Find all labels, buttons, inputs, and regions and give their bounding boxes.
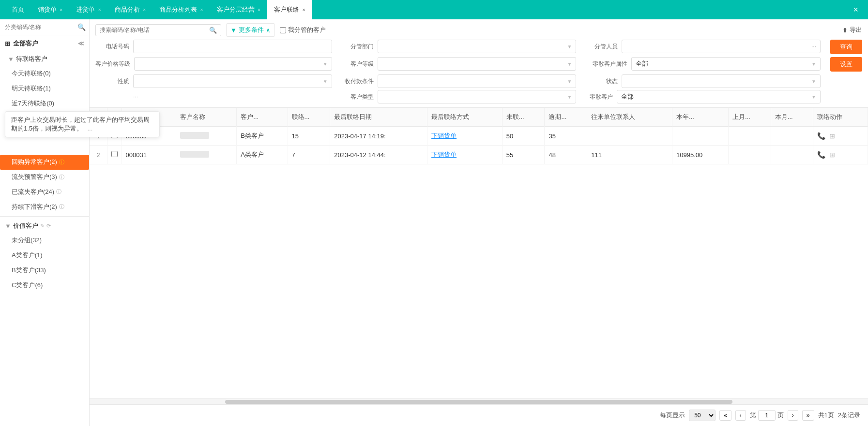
filter-person: 分管人员 ···	[584, 40, 821, 53]
th-last-contact-method[interactable]: 最后联络方式	[427, 108, 503, 127]
more-action-icon[interactable]: ⊞	[829, 132, 835, 140]
more-action-icon[interactable]: ⊞	[829, 151, 835, 159]
sidebar-item-ungrouped[interactable]: 未分组(32)	[0, 233, 89, 248]
row-uncontacted: 50	[502, 127, 545, 146]
th-uncontacted[interactable]: 未联...	[502, 108, 545, 127]
customer-type-select[interactable]: ▼	[378, 90, 577, 103]
row-contact-count: 7	[288, 146, 330, 164]
scrollbar-thumb[interactable]	[225, 400, 732, 404]
sidebar-item-today[interactable]: 今天待联络(0)	[0, 66, 89, 81]
sidebar-section-value[interactable]: ▼ 价值客户 ✎ ⟳	[0, 219, 89, 233]
nav-purchase-order[interactable]: 进货单 ×	[69, 0, 107, 19]
person-input[interactable]: ···	[622, 40, 821, 53]
all-customers-header[interactable]: ⊞ 全部客户 ≪	[0, 35, 89, 52]
export-button[interactable]: ⬆ 导出	[842, 26, 862, 34]
arrow-down-icon: ▼	[8, 56, 14, 63]
th-last-month[interactable]: 上月...	[729, 108, 771, 127]
th-contact-count[interactable]: 联络...	[288, 108, 330, 127]
phone-input[interactable]	[133, 40, 332, 53]
row-uncontacted: 55	[502, 146, 545, 164]
filter-retail: 零散客户 全部 ▼	[584, 90, 821, 103]
query-button[interactable]: 查询	[830, 40, 862, 54]
arrow-down-icon: ▼	[5, 222, 11, 230]
per-page-label: 每页显示	[660, 411, 685, 420]
th-last-contact-date[interactable]: 最后联络日期	[330, 108, 427, 127]
nav-sales-order[interactable]: 销货单 ×	[31, 0, 69, 19]
info-icon: ⓘ	[59, 203, 64, 211]
next-page-button[interactable]: ›	[788, 410, 798, 421]
price-level-select[interactable]: ▼	[134, 57, 332, 71]
sidebar-item-churned[interactable]: 已流失客户(24) ⓘ	[0, 185, 89, 200]
sidebar-item-repurchase-abnormal[interactable]: 回购异常客户(2) ⓘ	[0, 155, 89, 170]
window-close-button[interactable]: ×	[848, 5, 863, 15]
last-page-button[interactable]: »	[802, 410, 814, 421]
customer-level-select[interactable]: ▼	[378, 57, 577, 71]
table-row: 2 000031 A类客户 7 2023-04-12 14:44: 下销货单 5…	[90, 146, 868, 164]
row-last-contact-method[interactable]: 下销货单	[427, 127, 503, 146]
th-category[interactable]: 客户...	[237, 108, 288, 127]
info-icon: ⓘ	[56, 188, 61, 196]
contact-method-link[interactable]: 下销货单	[431, 132, 457, 139]
retail-select[interactable]: 全部 ▼	[617, 90, 821, 103]
sidebar-section-pending[interactable]: ▼ 待联络客户	[0, 52, 89, 66]
sidebar-item-churn-warning[interactable]: 流失预警客户(3) ⓘ	[0, 170, 89, 185]
row-last-contact-date: 2023-04-12 14:44:	[330, 146, 427, 164]
row-index: 2	[90, 146, 107, 164]
close-icon[interactable]: ×	[258, 7, 260, 13]
th-contact-person[interactable]: 往来单位联系人	[587, 108, 672, 127]
prev-page-button[interactable]: ‹	[735, 410, 746, 421]
row-checkbox-input[interactable]	[111, 151, 118, 157]
my-customers-checkbox[interactable]: 我分管的客户	[280, 26, 326, 34]
nav-customer-contact[interactable]: 客户联络 ×	[267, 0, 312, 19]
page-input[interactable]	[758, 410, 776, 421]
close-icon[interactable]: ×	[143, 7, 146, 13]
retail-attr-select[interactable]: 全部 ▼	[631, 57, 821, 71]
row-last-contact-date: 2023-04-17 14:19:	[330, 127, 427, 146]
nav-customer-layered[interactable]: 客户分层经营 ×	[210, 0, 267, 19]
status-select[interactable]: ▼	[622, 74, 821, 88]
my-customers-checkbox-input[interactable]	[280, 27, 286, 33]
close-icon[interactable]: ×	[200, 7, 203, 13]
th-this-year[interactable]: 本年...	[672, 108, 729, 127]
contact-method-link[interactable]: 下销货单	[431, 151, 457, 158]
nav-home[interactable]: 首页	[5, 0, 31, 19]
chevron-up-icon: ∧	[266, 27, 271, 34]
horizontal-scrollbar[interactable]	[90, 398, 868, 404]
payment-select[interactable]: ▼	[378, 74, 577, 88]
close-icon[interactable]: ×	[302, 7, 305, 13]
settings-button[interactable]: 设置	[830, 57, 862, 72]
close-icon[interactable]: ×	[98, 7, 101, 13]
sidebar-item-7days[interactable]: 近7天待联络(0)	[0, 96, 89, 111]
action-buttons: 查询 设置	[830, 40, 862, 72]
nav-product-analysis[interactable]: 商品分析 ×	[108, 0, 152, 19]
filter-customer-level: 客户等级 ▼	[340, 57, 577, 71]
filter-dept: 分管部门 ▼	[340, 40, 577, 53]
refresh-icon[interactable]: ⟳	[46, 223, 51, 229]
row-contact-count: 15	[288, 127, 330, 146]
contact-icon[interactable]: 📞	[817, 151, 825, 159]
data-table: ⚙ 客户编码 客户名称 客户... 联络... 最后联络日期 最后联络方式 未联…	[90, 108, 868, 164]
th-overdue[interactable]: 逾期...	[545, 108, 587, 127]
info-icon: ⓘ	[59, 158, 64, 167]
sidebar-item-class-c[interactable]: C类客户(6)	[0, 278, 89, 293]
sidebar-item-class-a[interactable]: A类客户(1)	[0, 248, 89, 263]
page-size-select[interactable]: 50 100 200	[689, 410, 716, 421]
sidebar-item-tomorrow[interactable]: 明天待联络(1)	[0, 81, 89, 96]
nature-select[interactable]: ▼	[133, 74, 332, 88]
th-this-month[interactable]: 本月...	[771, 108, 813, 127]
search-input[interactable]	[100, 27, 209, 33]
dept-select[interactable]: ▼	[378, 40, 577, 53]
sidebar-search-input[interactable]	[5, 24, 77, 30]
sidebar-item-declining[interactable]: 持续下滑客户(2) ⓘ	[0, 200, 89, 215]
more-filters-button[interactable]: ▼ 更多条件 ∧	[226, 23, 275, 37]
edit-icon[interactable]: ✎	[40, 223, 45, 229]
row-last-contact-method[interactable]: 下销货单	[427, 146, 503, 164]
nav-product-analysis-list[interactable]: 商品分析列表 ×	[152, 0, 210, 19]
collapse-icon[interactable]: ≪	[78, 40, 84, 47]
row-checkbox[interactable]	[107, 146, 122, 164]
sidebar-item-class-b[interactable]: B类客户(33)	[0, 263, 89, 278]
first-page-button[interactable]: «	[719, 410, 731, 421]
contact-icon[interactable]: 📞	[817, 132, 825, 140]
close-icon[interactable]: ×	[60, 7, 62, 13]
th-name[interactable]: 客户名称	[176, 108, 236, 127]
